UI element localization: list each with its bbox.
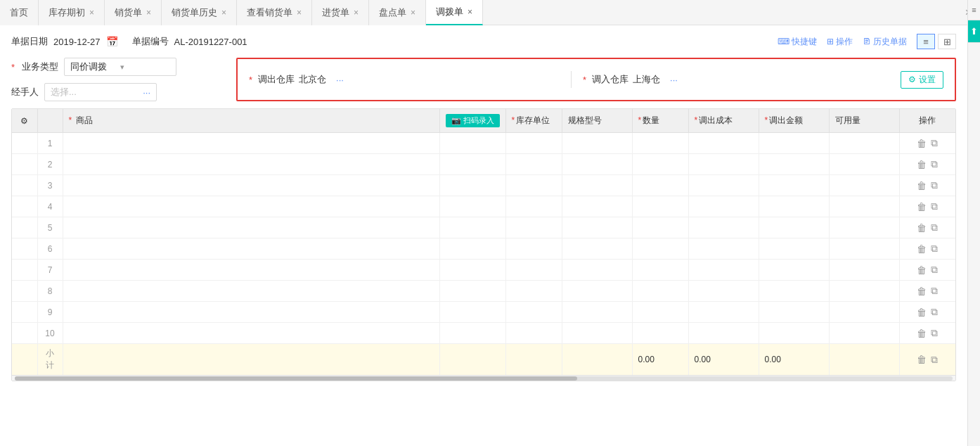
delete-row-icon[interactable]: 🗑: [917, 243, 927, 255]
sidebar-export-btn[interactable]: ⬆: [968, 25, 981, 43]
row-product[interactable]: [63, 196, 439, 217]
close-tab-transfer[interactable]: ×: [468, 7, 472, 17]
row-product[interactable]: [63, 175, 439, 196]
in-wh-value[interactable]: 上海仓: [633, 73, 660, 86]
copy-row-icon[interactable]: ⧉: [931, 137, 938, 149]
row-spec[interactable]: [562, 217, 632, 238]
settings-button[interactable]: ⚙ 设置: [901, 71, 943, 89]
close-tab-stocktake[interactable]: ×: [411, 8, 415, 18]
row-product[interactable]: [63, 238, 439, 260]
horizontal-scrollbar[interactable]: [12, 375, 955, 381]
shortcut-btn[interactable]: ⌨ 快捷键: [778, 36, 817, 48]
row-amount[interactable]: [759, 260, 829, 281]
row-qty[interactable]: [632, 217, 688, 238]
calendar-icon[interactable]: 📅: [106, 36, 118, 47]
row-cost[interactable]: [688, 238, 759, 260]
row-amount[interactable]: [759, 175, 829, 196]
row-product[interactable]: [63, 217, 439, 238]
row-spec[interactable]: [562, 196, 632, 217]
row-qty[interactable]: [632, 302, 688, 323]
delete-row-icon[interactable]: 🗑: [917, 138, 927, 149]
row-amount[interactable]: [759, 133, 829, 154]
row-cost[interactable]: [688, 217, 759, 238]
delete-row-icon[interactable]: 🗑: [917, 222, 927, 234]
row-qty[interactable]: [632, 260, 688, 281]
copy-row-icon[interactable]: ⧉: [931, 264, 938, 276]
copy-row-icon[interactable]: ⧉: [931, 327, 938, 339]
copy-row-icon[interactable]: ⧉: [931, 158, 938, 170]
delete-row-icon[interactable]: 🗑: [917, 307, 927, 318]
delete-row-icon[interactable]: 🗑: [917, 159, 927, 170]
row-unit[interactable]: [505, 238, 562, 260]
row-unit[interactable]: [505, 133, 562, 154]
row-unit[interactable]: [505, 323, 562, 344]
delete-row-icon[interactable]: 🗑: [917, 201, 927, 212]
row-amount[interactable]: [759, 217, 829, 238]
person-more-icon[interactable]: ···: [143, 87, 150, 98]
row-unit[interactable]: [505, 302, 562, 323]
row-unit[interactable]: [505, 217, 562, 238]
close-tab-purchase[interactable]: ×: [354, 8, 359, 18]
date-value[interactable]: 2019-12-27: [53, 37, 101, 47]
copy-row-icon[interactable]: ⧉: [931, 285, 938, 297]
row-amount[interactable]: [759, 238, 829, 260]
tab-stocktake[interactable]: 盘点单 ×: [369, 0, 426, 25]
tab-sales-order[interactable]: 销货单 ×: [105, 0, 162, 25]
row-cost[interactable]: [688, 133, 759, 154]
delete-row-icon[interactable]: 🗑: [917, 286, 927, 297]
close-tab-view-sales[interactable]: ×: [297, 8, 302, 18]
row-amount[interactable]: [759, 302, 829, 323]
tab-view-sales[interactable]: 查看销货单 ×: [237, 0, 312, 25]
row-unit[interactable]: [505, 196, 562, 217]
row-spec[interactable]: [562, 238, 632, 260]
row-qty[interactable]: [632, 154, 688, 175]
tab-sales-history[interactable]: 销货单历史 ×: [162, 0, 237, 25]
tab-home[interactable]: 首页: [0, 0, 39, 25]
copy-row-icon[interactable]: ⧉: [931, 200, 938, 212]
tab-purchase[interactable]: 进货单 ×: [312, 0, 369, 25]
row-product[interactable]: [63, 154, 439, 175]
row-cost[interactable]: [688, 260, 759, 281]
biz-type-select[interactable]: 同价调拨 ▾: [64, 58, 176, 76]
scan-input-btn[interactable]: 📷 扫码录入: [446, 114, 500, 127]
delete-row-icon[interactable]: 🗑: [917, 354, 927, 365]
copy-row-icon[interactable]: ⧉: [931, 179, 938, 191]
row-product[interactable]: [63, 302, 439, 323]
row-product[interactable]: [63, 133, 439, 154]
row-amount[interactable]: [759, 281, 829, 302]
row-product[interactable]: [63, 323, 439, 344]
view-grid-btn[interactable]: ⊞: [938, 34, 956, 49]
close-tab-sales-order[interactable]: ×: [146, 8, 151, 18]
row-qty[interactable]: [632, 323, 688, 344]
row-cost[interactable]: [688, 196, 759, 217]
in-wh-more-icon[interactable]: ···: [670, 75, 678, 85]
row-amount[interactable]: [759, 154, 829, 175]
copy-row-icon[interactable]: ⧉: [931, 306, 938, 318]
th-settings[interactable]: ⚙: [12, 109, 37, 133]
person-select[interactable]: 选择... ···: [44, 83, 157, 101]
row-spec[interactable]: [562, 323, 632, 344]
delete-row-icon[interactable]: 🗑: [917, 265, 927, 276]
row-cost[interactable]: [688, 281, 759, 302]
view-list-btn[interactable]: ≡: [917, 34, 935, 49]
operate-btn[interactable]: ⊞ 操作: [827, 36, 853, 48]
close-tab-inventory-init[interactable]: ×: [89, 8, 94, 18]
row-spec[interactable]: [562, 154, 632, 175]
row-unit[interactable]: [505, 154, 562, 175]
row-cost[interactable]: [688, 302, 759, 323]
row-unit[interactable]: [505, 175, 562, 196]
history-btn[interactable]: 🖹 历史单据: [863, 36, 907, 48]
out-wh-more-icon[interactable]: ···: [336, 75, 344, 85]
row-spec[interactable]: [562, 175, 632, 196]
row-spec[interactable]: [562, 133, 632, 154]
row-spec[interactable]: [562, 281, 632, 302]
row-qty[interactable]: [632, 175, 688, 196]
row-unit[interactable]: [505, 281, 562, 302]
close-tab-sales-history[interactable]: ×: [221, 8, 226, 18]
row-amount[interactable]: [759, 323, 829, 344]
row-product[interactable]: [63, 281, 439, 302]
tab-inventory-init[interactable]: 库存期初 ×: [39, 0, 105, 25]
row-qty[interactable]: [632, 238, 688, 260]
row-qty[interactable]: [632, 196, 688, 217]
row-cost[interactable]: [688, 154, 759, 175]
